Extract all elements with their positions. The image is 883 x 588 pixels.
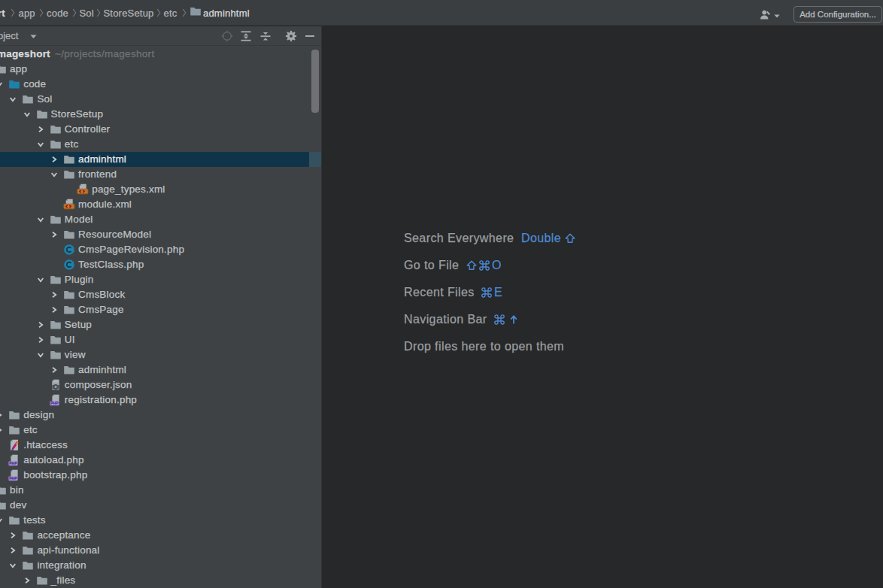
svg-text:PHP: PHP — [9, 461, 17, 465]
svg-text:PHP: PHP — [50, 401, 59, 405]
svg-text:PHP: PHP — [9, 476, 17, 480]
